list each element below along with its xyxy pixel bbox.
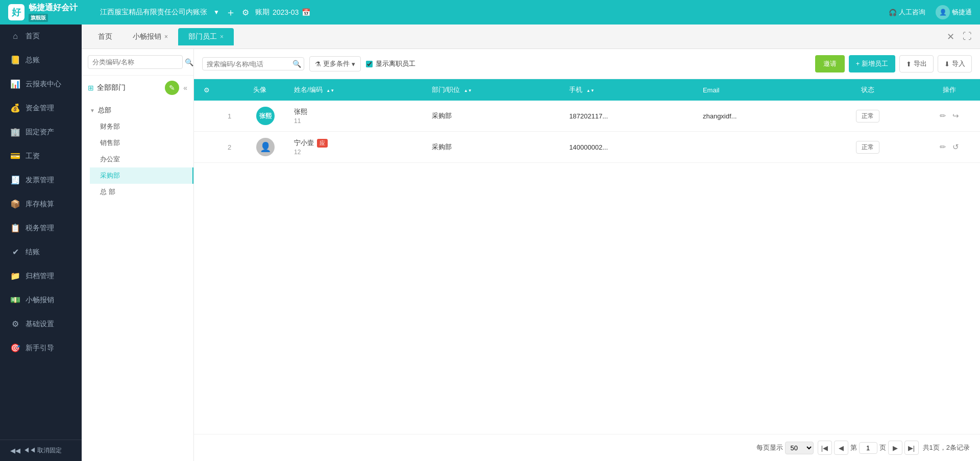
sidebar-label: 基础设置 xyxy=(26,320,54,329)
th-settings[interactable]: ⚙ xyxy=(194,79,219,101)
dept-search-icon[interactable]: 🔍 xyxy=(185,58,193,66)
sidebar-item-salary[interactable]: 💳 工资 xyxy=(0,144,82,168)
content-area: 首页 小畅报销 × 部门员工 × ✕ ⛶ 🔍 xyxy=(82,25,980,461)
sidebar-item-tax[interactable]: 📋 税务管理 xyxy=(0,216,82,240)
archive-icon: 📁 xyxy=(10,271,20,281)
cancel-fixed-button[interactable]: ◀◀ ◀◀ 取消固定 xyxy=(0,440,82,461)
sort-dept-icon: ▲▼ xyxy=(464,88,472,93)
th-phone[interactable]: 手机 ▲▼ xyxy=(561,79,695,101)
guide-icon: 🎯 xyxy=(10,343,20,353)
calendar-icon[interactable]: 📅 xyxy=(302,8,310,16)
all-dept-label: ⊞ 全部部门 xyxy=(88,83,126,92)
sidebar-item-inventory[interactable]: 📦 库存核算 xyxy=(0,192,82,216)
tree-child-general[interactable]: 总 部 xyxy=(90,184,193,200)
tree-child-finance[interactable]: 财务部 xyxy=(90,118,193,135)
export-button[interactable]: ⬆ 导出 xyxy=(899,55,934,72)
pagination-bar: 每页显示 50 10 20 100 |◀ ◀ 第 页 xyxy=(194,434,980,461)
expand-icon: ▼ xyxy=(90,108,95,113)
page-nav: |◀ ◀ 第 页 ▶ ▶| xyxy=(818,441,919,455)
sidebar-label: 首页 xyxy=(26,32,40,41)
cancel-fixed-icon: ◀◀ xyxy=(10,447,20,454)
sidebar-item-archive[interactable]: 📁 归档管理 xyxy=(0,264,82,288)
sidebar-item-guide[interactable]: 🎯 新手引导 xyxy=(0,336,82,360)
app-name: 畅捷通好会计 xyxy=(29,3,78,12)
sidebar-item-invoice[interactable]: 🧾 发票管理 xyxy=(0,168,82,192)
first-page-button[interactable]: |◀ xyxy=(818,441,832,455)
last-page-button[interactable]: ▶| xyxy=(904,441,919,455)
app-version: 旗舰版 xyxy=(29,14,48,22)
tab-dept[interactable]: 部门员工 × xyxy=(178,28,234,45)
add-account-button[interactable]: ＋ xyxy=(226,6,236,19)
settings-icon[interactable]: ⚙ xyxy=(242,8,249,17)
show-resigned-checkbox[interactable] xyxy=(366,61,373,67)
sidebar-label: 工资 xyxy=(26,152,40,161)
employee-search-input[interactable] xyxy=(207,60,292,68)
sidebar: ⌂ 首页 📒 总账 📊 云报表中心 💰 资金管理 🏢 固定资产 💳 工资 🧾 发… xyxy=(0,25,82,461)
row-phone: 140000002... xyxy=(561,132,695,163)
sidebar-label: 税务管理 xyxy=(26,224,54,233)
add-employee-button[interactable]: + 新增员工 xyxy=(849,55,895,72)
edit-icon[interactable]: ✏ xyxy=(940,111,946,120)
show-resigned-label[interactable]: 显示离职员工 xyxy=(366,59,415,68)
table-row: 2👤宁小壹应12采购部140000002...正常✏↺ xyxy=(194,132,980,163)
tab-expand-btn[interactable]: ⛶ xyxy=(961,29,974,44)
tab-expense-close[interactable]: × xyxy=(164,33,168,40)
topbar-center: 江西服宝精品有限责任公司内账张 ▼ ＋ ⚙ 账期 2023-03 📅 xyxy=(90,6,889,19)
sidebar-item-ledger[interactable]: 📒 总账 xyxy=(0,48,82,72)
filter-button[interactable]: ⚗ 更多条件 ▾ xyxy=(309,56,361,71)
toolbar: 🔍 ⚗ 更多条件 ▾ 显示离职员工 邀请 + 新增员工 xyxy=(194,49,980,79)
tab-home[interactable]: 首页 xyxy=(88,28,122,45)
sidebar-item-checkout[interactable]: ✔ 结账 xyxy=(0,240,82,264)
invite-button[interactable]: 邀请 xyxy=(815,55,845,72)
tab-close-btn[interactable]: ✕ xyxy=(945,29,957,44)
per-page-dropdown[interactable]: 50 10 20 100 xyxy=(785,442,814,454)
logout-icon[interactable]: ↪ xyxy=(952,111,959,120)
dept-header: ⊞ 全部部门 ✎ « xyxy=(82,76,193,100)
page-content: 🔍 ⊞ 全部部门 ✎ « ▼ 总部 xyxy=(82,49,980,461)
tree-node-hq: ▼ 总部 财务部 销售部 办公室 采购部 总 部 xyxy=(82,102,193,200)
dept-edit-icon[interactable]: ✎ xyxy=(165,81,179,95)
sidebar-label: 结账 xyxy=(26,248,40,257)
collapse-icon[interactable]: « xyxy=(183,84,187,92)
delete-icon[interactable]: ↺ xyxy=(952,142,959,152)
sidebar-label: 总账 xyxy=(26,56,40,65)
next-page-button[interactable]: ▶ xyxy=(888,441,902,455)
employee-panel: 🔍 ⚗ 更多条件 ▾ 显示离职员工 邀请 + 新增员工 xyxy=(194,49,980,461)
page-number-input[interactable] xyxy=(859,442,877,454)
sidebar-label: 固定资产 xyxy=(26,128,54,137)
th-dept[interactable]: 部门/职位 ▲▼ xyxy=(424,79,561,101)
row-status: 正常 xyxy=(817,132,919,163)
sidebar-item-reports[interactable]: 📊 云报表中心 xyxy=(0,72,82,96)
sidebar-item-assets[interactable]: 🏢 固定资产 xyxy=(0,120,82,144)
company-dropdown-icon[interactable]: ▼ xyxy=(213,9,219,16)
prev-page-button[interactable]: ◀ xyxy=(834,441,848,455)
sidebar-item-expense[interactable]: 💵 小畅报销 xyxy=(0,288,82,312)
edit-icon[interactable]: ✏ xyxy=(940,142,946,152)
tree-child-purchase[interactable]: 采购部 xyxy=(90,167,193,184)
tree-node-hq-label[interactable]: ▼ 总部 xyxy=(82,102,193,118)
row-avatar: 👤 xyxy=(245,132,286,163)
sidebar-item-settings[interactable]: ⚙ 基础设置 xyxy=(0,312,82,336)
row-actions: ✏↺ xyxy=(919,132,980,163)
sidebar-label: 发票管理 xyxy=(26,176,54,185)
sidebar-item-home[interactable]: ⌂ 首页 xyxy=(0,25,82,48)
tax-icon: 📋 xyxy=(10,223,20,233)
import-button[interactable]: ⬇ 导入 xyxy=(938,55,972,72)
row-phone: 187202117... xyxy=(561,101,695,132)
ledger-icon: 📒 xyxy=(10,55,20,65)
funds-icon: 💰 xyxy=(10,103,20,113)
tree-child-office[interactable]: 办公室 xyxy=(90,151,193,167)
employee-search-icon[interactable]: 🔍 xyxy=(292,60,301,68)
dept-search-input[interactable] xyxy=(88,55,183,69)
user-menu[interactable]: 👤 畅捷通 xyxy=(936,5,972,19)
tree-child-sales[interactable]: 销售部 xyxy=(90,135,193,151)
tab-expense[interactable]: 小畅报销 × xyxy=(122,28,178,45)
tab-dept-close[interactable]: × xyxy=(220,33,224,40)
home-icon: ⌂ xyxy=(10,32,20,41)
sidebar-item-funds[interactable]: 💰 资金管理 xyxy=(0,96,82,120)
service-button[interactable]: 🎧 人工咨询 xyxy=(889,8,925,17)
row-dept: 采购部 xyxy=(424,132,561,163)
th-name-code[interactable]: 姓名/编码 ▲▼ xyxy=(286,79,424,101)
company-name: 江西服宝精品有限责任公司内账张 xyxy=(100,8,207,17)
tab-bar: 首页 小畅报销 × 部门员工 × ✕ ⛶ xyxy=(82,25,980,49)
